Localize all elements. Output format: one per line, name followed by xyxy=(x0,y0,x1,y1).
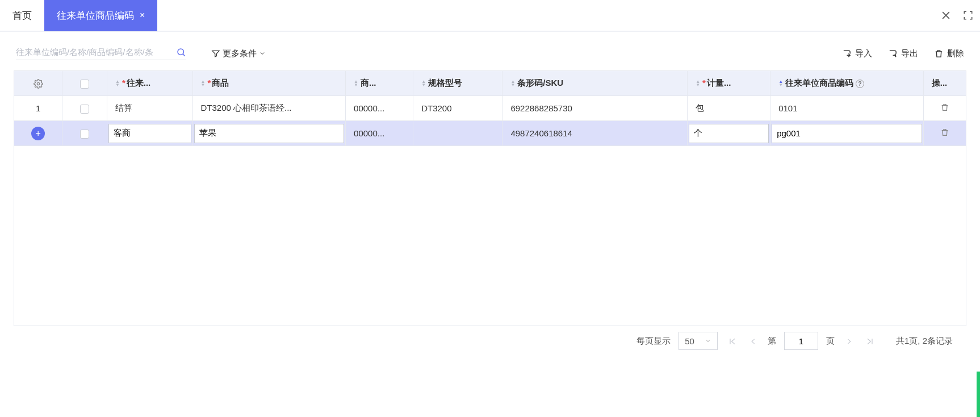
cell-product-code: 00000... xyxy=(346,96,413,121)
tab-close-icon[interactable]: × xyxy=(140,10,145,20)
checkbox-all[interactable] xyxy=(80,80,89,89)
more-filter-button[interactable]: 更多条件 xyxy=(211,48,266,59)
page-summary: 共1页, 2条记录 xyxy=(896,336,953,347)
column-action: 操... xyxy=(924,71,966,96)
column-product[interactable]: ▲▼*商品 xyxy=(193,71,346,96)
table-row[interactable]: 1 结算 DT3200 心相印茶语经... 00000... DT3200 69… xyxy=(14,96,966,121)
column-select-all[interactable] xyxy=(62,71,107,96)
page-size-value: 50 xyxy=(685,336,694,346)
more-filter-label: 更多条件 xyxy=(223,48,257,59)
chevron-down-icon xyxy=(705,337,711,344)
page-size-label: 每页显示 xyxy=(636,336,671,347)
tab-partner-product-code[interactable]: 往来单位商品编码 × xyxy=(44,0,157,31)
trash-icon xyxy=(934,49,944,59)
column-settings[interactable] xyxy=(14,71,62,96)
gear-icon xyxy=(33,78,43,87)
cell-partner[interactable]: 结算 xyxy=(107,96,193,121)
search-box xyxy=(16,47,186,60)
page-size-select[interactable]: 50 xyxy=(679,332,718,350)
tab-home[interactable]: 首页 xyxy=(0,0,44,31)
partner-input[interactable] xyxy=(108,124,191,143)
row-checkbox[interactable] xyxy=(80,130,89,139)
fullscreen-icon[interactable] xyxy=(963,10,973,20)
prev-page-button[interactable] xyxy=(747,336,760,346)
cell-partner-product-code[interactable]: 0101 xyxy=(770,96,924,121)
chevron-down-icon xyxy=(259,50,266,57)
data-table: ▲▼*往来... ▲▼*商品 ▲▼商... ▲▼规格型号 ▲▼条形码/SKU ▲… xyxy=(14,70,966,326)
close-all-tabs-icon[interactable] xyxy=(940,10,952,21)
export-icon xyxy=(888,49,898,59)
column-barcode[interactable]: ▲▼条形码/SKU xyxy=(502,71,688,96)
cell-spec: DT3200 xyxy=(413,96,502,121)
add-row-button[interactable]: + xyxy=(31,127,45,140)
svg-line-3 xyxy=(183,54,185,56)
export-button[interactable]: 导出 xyxy=(888,48,918,59)
row-index: 1 xyxy=(14,96,62,121)
row-delete-icon[interactable] xyxy=(940,103,949,112)
help-icon[interactable]: ? xyxy=(856,80,864,88)
toolbar: 更多条件 导入 导出 删除 xyxy=(0,44,980,70)
cell-barcode: 4987240618614 xyxy=(502,121,688,146)
svg-point-2 xyxy=(178,49,184,55)
column-product-code[interactable]: ▲▼商... xyxy=(346,71,413,96)
cell-product-code: 00000... xyxy=(346,121,413,146)
tabs-bar: 首页 往来单位商品编码 × xyxy=(0,0,980,32)
row-checkbox[interactable] xyxy=(80,105,89,114)
tab-active-label: 往来单位商品编码 xyxy=(57,9,134,22)
search-input[interactable] xyxy=(16,47,176,57)
column-partner-product-code[interactable]: ▲▼往来单位商品编码? xyxy=(770,71,924,96)
product-input[interactable] xyxy=(194,124,345,143)
row-delete-icon[interactable] xyxy=(940,128,949,137)
cell-product[interactable]: DT3200 心相印茶语经... xyxy=(193,96,346,121)
partner-product-code-input[interactable] xyxy=(772,124,922,143)
filter-icon xyxy=(211,49,220,58)
import-icon xyxy=(842,49,852,59)
next-page-button[interactable] xyxy=(843,336,855,346)
search-icon[interactable] xyxy=(176,47,186,57)
column-partner[interactable]: ▲▼*往来... xyxy=(107,71,193,96)
column-uom[interactable]: ▲▼*计量... xyxy=(688,71,770,96)
delete-label: 删除 xyxy=(947,48,964,59)
table-row[interactable]: + 00000... 4987240618614 xyxy=(14,121,966,146)
side-accent-strip xyxy=(977,372,980,417)
export-label: 导出 xyxy=(901,48,918,59)
page-input[interactable] xyxy=(784,332,818,350)
pagination: 每页显示 50 第 页 共1页, 2条记录 xyxy=(14,326,966,356)
cell-barcode: 6922868285730 xyxy=(502,96,688,121)
page-suffix: 页 xyxy=(826,336,835,347)
delete-button[interactable]: 删除 xyxy=(934,48,964,59)
import-label: 导入 xyxy=(855,48,872,59)
cell-uom[interactable]: 包 xyxy=(688,96,770,121)
last-page-button[interactable] xyxy=(863,336,877,346)
import-button[interactable]: 导入 xyxy=(842,48,872,59)
column-spec[interactable]: ▲▼规格型号 xyxy=(413,71,502,96)
uom-input[interactable] xyxy=(689,124,769,143)
cell-spec xyxy=(413,121,502,146)
first-page-button[interactable] xyxy=(726,336,739,346)
tab-home-label: 首页 xyxy=(12,9,32,22)
svg-point-6 xyxy=(37,82,39,85)
page-prefix: 第 xyxy=(768,336,776,347)
